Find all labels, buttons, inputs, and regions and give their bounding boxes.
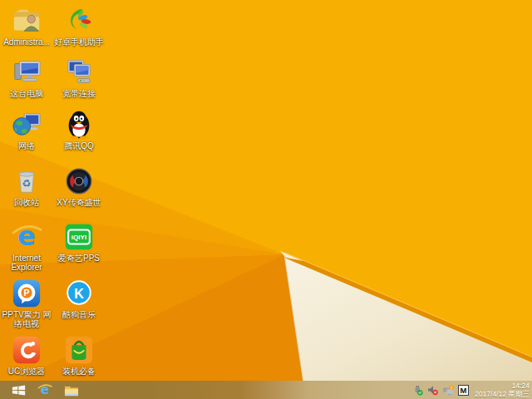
desktop-icon-label: 回收站 — [0, 198, 53, 207]
desktop-icon-label: 这台电脑 — [0, 89, 53, 98]
ie-icon: e — [11, 221, 42, 253]
desktop-icon-qq[interactable]: 腾讯QQ — [52, 109, 106, 150]
pptv-p-glyph: P — [24, 288, 30, 298]
desktop-icon-uc-browser[interactable]: UC浏览器 — [0, 334, 53, 376]
desktop-icon-label: PPTV聚力 网络电视 — [0, 310, 53, 328]
desktop-icon-label: 好卓手机助手 — [52, 37, 106, 47]
desktop-screen: Administra... 好卓手机助手 这台电脑 — [0, 0, 532, 399]
ime-letter: M — [461, 386, 467, 395]
taskbar-clock[interactable]: 14:24 2017/4/12 星期三 — [470, 382, 530, 398]
desktop-icon-label: 腾讯QQ — [52, 141, 106, 150]
desktop-icon-label: UC浏览器 — [0, 367, 53, 376]
ie-icon: e — [37, 382, 52, 397]
haozhuo-logo-icon — [63, 5, 95, 37]
system-tray: M — [412, 381, 469, 399]
start-button[interactable] — [7, 381, 30, 399]
taskbar-file-explorer-button[interactable] — [60, 381, 83, 399]
software-bag-icon — [63, 334, 95, 366]
clock-time: 14:24 — [470, 382, 530, 390]
recycle-glyph: ♻ — [22, 178, 31, 190]
user-folder-icon — [11, 5, 42, 37]
input-method-indicator[interactable]: M — [458, 385, 469, 396]
desktop-icon-pptv[interactable]: P PPTV聚力 网络电视 — [0, 278, 53, 328]
desktop-icon-label: 爱奇艺PPS — [52, 254, 106, 263]
desktop-icon-haozhuo-assistant[interactable]: 好卓手机助手 — [52, 5, 106, 47]
kugou-k-glyph: K — [74, 286, 84, 301]
pptv-icon: P — [11, 278, 42, 309]
desktop-icon-network[interactable]: 网络 — [0, 109, 53, 150]
xy-game-icon — [63, 165, 95, 197]
iqiyi-icon: iQIYI — [63, 221, 95, 253]
desktop-icon-recycle-bin[interactable]: ♻ 回收站 — [0, 165, 53, 207]
network-icon — [11, 109, 42, 140]
desktop-icon-administrator[interactable]: Administra... — [0, 5, 53, 47]
desktop-icon-label: XY传奇盛世 — [52, 198, 106, 207]
this-pc-icon — [11, 57, 42, 88]
desktop-icon-label: Administra... — [0, 37, 53, 47]
desktop-icon-label: Internet Explorer — [0, 254, 53, 272]
desktop-icon-iqiyi-pps[interactable]: iQIYI 爱奇艺PPS — [52, 221, 106, 263]
desktop-icon-this-pc[interactable]: 这台电脑 — [0, 57, 53, 98]
desktop-icon-label: 宽带连接 — [52, 89, 106, 98]
taskbar-ie-button[interactable]: e — [33, 381, 57, 399]
broadband-icon — [63, 57, 95, 88]
folder-icon — [64, 383, 79, 397]
network-alert-icon[interactable] — [442, 385, 454, 396]
iqiyi-wordmark: iQIYI — [71, 234, 86, 241]
recycle-bin-icon: ♻ — [11, 165, 42, 197]
uc-browser-icon — [11, 334, 42, 366]
desktop-icon-kugou[interactable]: K 酷狗音乐 — [52, 278, 106, 319]
desktop-icon-broadband[interactable]: 宽带连接 — [52, 57, 106, 98]
desktop-icon-internet-explorer[interactable]: e Internet Explorer — [0, 221, 53, 272]
clock-date: 2017/4/12 星期三 — [470, 390, 530, 398]
volume-muted-icon[interactable] — [427, 385, 438, 396]
kugou-icon: K — [63, 278, 95, 309]
desktop-icon-label: 网络 — [0, 141, 53, 150]
qq-penguin-icon — [63, 109, 95, 140]
desktop-icon-label: 装机必备 — [52, 367, 106, 376]
usb-safely-remove-icon[interactable] — [412, 385, 423, 396]
windows-logo-icon — [12, 383, 26, 397]
taskbar: e — [0, 381, 532, 399]
desktop-icon-xy-game[interactable]: XY传奇盛世 — [52, 165, 106, 207]
desktop-icon-software-essentials[interactable]: 装机必备 — [52, 334, 106, 376]
desktop-icon-label: 酷狗音乐 — [52, 310, 106, 319]
